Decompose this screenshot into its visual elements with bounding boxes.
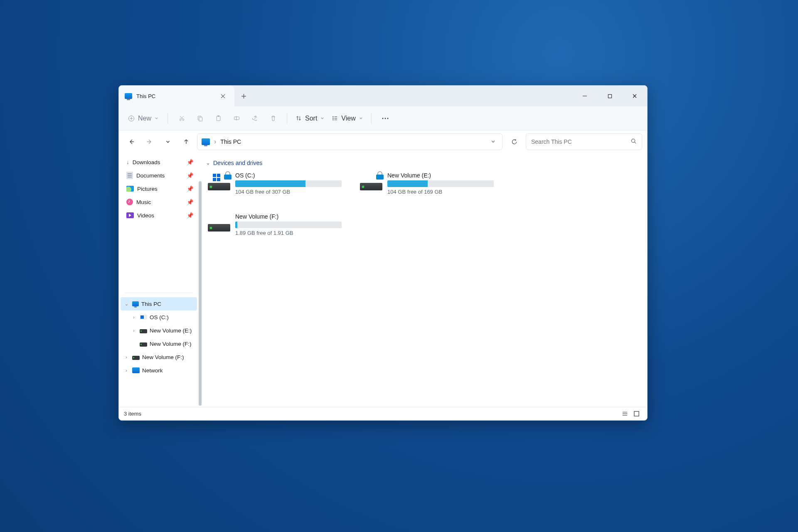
minimize-button[interactable] <box>572 86 597 106</box>
clipboard-icon <box>215 115 222 122</box>
group-header-devices[interactable]: ⌄ Devices and drives <box>206 160 640 166</box>
expand-icon[interactable]: › <box>131 328 137 333</box>
tab-title: This PC <box>136 93 213 99</box>
this-pc-icon <box>202 138 210 145</box>
titlebar: This PC <box>119 86 647 106</box>
svg-point-12 <box>382 118 383 119</box>
refresh-icon <box>511 138 518 145</box>
up-button[interactable] <box>179 134 194 149</box>
drive-item[interactable]: New Volume (F:)1.89 GB free of 1.91 GB <box>206 212 343 238</box>
drive-name: New Volume (F:) <box>235 213 342 220</box>
expand-icon[interactable]: › <box>123 368 130 373</box>
tree-network[interactable]: ›Network <box>121 364 197 377</box>
new-tab-button[interactable] <box>234 86 253 106</box>
group-header-label: Devices and drives <box>213 160 262 166</box>
sidebar-scrollbar[interactable] <box>199 181 202 406</box>
lock-icon <box>224 171 232 180</box>
sidebar-item-music[interactable]: Music📌 <box>123 195 196 209</box>
tree-label: New Volume (F:) <box>150 341 192 347</box>
sort-button[interactable]: Sort <box>292 112 328 125</box>
copy-button[interactable] <box>191 111 209 126</box>
search-input[interactable] <box>531 138 626 145</box>
lock-icon <box>376 171 384 180</box>
status-item-count: 3 items <box>124 411 141 417</box>
details-view-button[interactable] <box>619 409 631 419</box>
drive-free-text: 104 GB free of 307 GB <box>235 189 342 195</box>
share-button[interactable] <box>246 111 264 126</box>
status-bar: 3 items <box>119 407 647 420</box>
breadcrumb-location[interactable]: This PC <box>220 138 241 145</box>
tree-drive-e[interactable]: ›New Volume (E:) <box>121 324 197 337</box>
svg-point-9 <box>333 116 334 117</box>
copy-icon <box>197 115 204 122</box>
this-pc-icon <box>125 93 132 99</box>
tab-close-button[interactable] <box>217 90 229 102</box>
tab-this-pc[interactable]: This PC <box>119 86 234 106</box>
refresh-button[interactable] <box>506 133 522 150</box>
command-toolbar: New Sort View <box>119 106 647 131</box>
tree-this-pc[interactable]: ⌄This PC <box>121 297 197 310</box>
drive-icon <box>132 356 140 360</box>
close-icon <box>632 94 637 99</box>
tiles-view-button[interactable] <box>631 409 642 419</box>
svg-point-2 <box>180 119 181 121</box>
drive-large-icon <box>208 213 230 232</box>
maximize-icon <box>608 94 612 99</box>
expand-icon[interactable]: › <box>123 355 130 360</box>
tree-drive-f[interactable]: New Volume (F:) <box>121 337 197 350</box>
rename-icon <box>233 115 240 122</box>
svg-rect-8 <box>234 117 239 120</box>
chevron-down-icon <box>491 139 495 144</box>
back-button[interactable] <box>124 134 139 149</box>
recent-locations-button[interactable] <box>160 134 175 149</box>
drive-usage-bar <box>387 180 494 187</box>
file-explorer-window: This PC New Sort <box>118 85 648 421</box>
drive-item[interactable]: OS (C:)104 GB free of 307 GB <box>206 170 343 197</box>
address-dropdown[interactable] <box>488 138 498 145</box>
search-box[interactable] <box>526 133 642 150</box>
new-label: New <box>138 115 151 122</box>
delete-button[interactable] <box>264 111 282 126</box>
tree-drive-c[interactable]: ›OS (C:) <box>121 310 197 324</box>
sidebar-item-pictures[interactable]: Pictures📌 <box>123 182 196 195</box>
tiles-icon <box>633 411 640 417</box>
paste-button[interactable] <box>209 111 227 126</box>
new-plus-circle-icon <box>128 115 135 122</box>
drive-item[interactable]: New Volume (E:)104 GB free of 169 GB <box>358 170 495 197</box>
expand-icon[interactable]: › <box>131 315 137 320</box>
drive-free-text: 1.89 GB free of 1.91 GB <box>235 230 342 236</box>
view-button[interactable]: View <box>328 112 366 125</box>
share-icon <box>251 115 259 122</box>
quick-access: ↓Downloads📌 Documents📌 Pictures📌 Music📌 … <box>119 155 199 222</box>
tree-drive-f-root[interactable]: ›New Volume (F:) <box>121 350 197 364</box>
svg-point-11 <box>333 119 334 120</box>
svg-point-14 <box>387 118 388 119</box>
address-bar[interactable]: › This PC <box>197 133 502 150</box>
sidebar-item-documents[interactable]: Documents📌 <box>123 169 196 182</box>
cut-button[interactable] <box>173 111 190 126</box>
sidebar-item-label: Videos <box>137 212 154 219</box>
tree-label: New Volume (E:) <box>150 328 192 334</box>
content-pane: ⌄ Devices and drives OS (C:)104 GB free … <box>199 153 647 407</box>
pin-icon: 📌 <box>187 172 194 179</box>
rename-button[interactable] <box>228 111 245 126</box>
svg-point-15 <box>631 139 635 142</box>
new-button[interactable]: New <box>124 112 163 125</box>
ellipsis-icon <box>382 115 389 122</box>
sidebar-item-videos[interactable]: Videos📌 <box>123 209 196 222</box>
close-window-button[interactable] <box>622 86 647 106</box>
chevron-down-icon <box>320 116 324 120</box>
pin-icon: 📌 <box>187 212 194 219</box>
download-icon: ↓ <box>126 159 129 165</box>
sidebar-item-label: Music <box>136 199 151 205</box>
maximize-button[interactable] <box>597 86 622 106</box>
drive-icon <box>140 342 147 347</box>
music-icon <box>126 199 133 205</box>
arrow-up-icon <box>183 138 190 145</box>
this-pc-icon <box>132 301 139 306</box>
forward-button[interactable] <box>142 134 157 149</box>
more-button[interactable] <box>377 111 394 126</box>
sidebar-item-downloads[interactable]: ↓Downloads📌 <box>123 155 196 169</box>
list-icon <box>622 411 628 417</box>
collapse-icon[interactable]: ⌄ <box>123 301 130 307</box>
